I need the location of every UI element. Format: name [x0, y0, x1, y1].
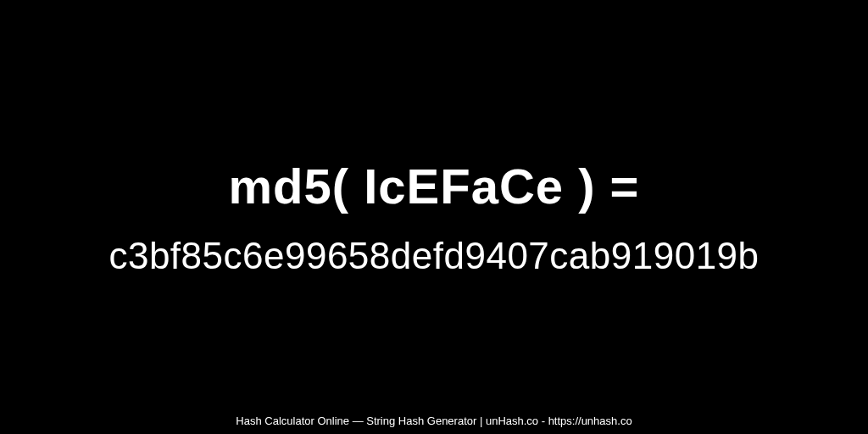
hash-display: md5( IcEFaCe ) = c3bf85c6e99658defd9407c… — [0, 158, 868, 277]
footer-caption: Hash Calculator Online — String Hash Gen… — [236, 415, 632, 427]
hash-expression: md5( IcEFaCe ) = — [0, 158, 868, 214]
hash-value: c3bf85c6e99658defd9407cab919019b — [0, 235, 868, 277]
